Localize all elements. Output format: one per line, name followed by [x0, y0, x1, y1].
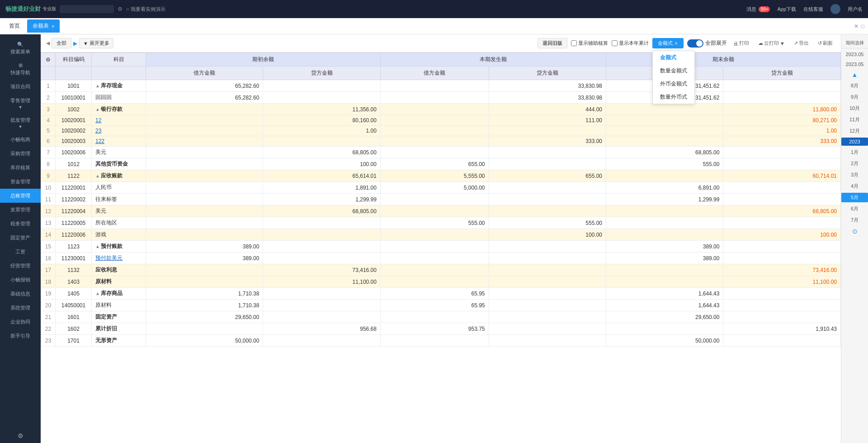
refresh-btn[interactable]: ↺ 刷新 [815, 38, 835, 48]
message-btn[interactable]: 消息 99+ [746, 6, 770, 13]
account-name-cell[interactable]: 122 [92, 136, 146, 147]
show-auxiliary-checkbox[interactable]: 显示辅助核算 [571, 40, 608, 47]
cloud-print-btn[interactable]: ☁ 云打印 ▼ [755, 38, 788, 48]
account-name-cell[interactable]: 预付款美元 [92, 252, 146, 264]
dropdown-item-amount[interactable]: 金额式 [653, 51, 694, 64]
top-search-input[interactable] [60, 5, 114, 13]
close-credit-cell [723, 80, 841, 92]
tab-bar: 首页 余额表 × ✕ □ [0, 18, 868, 34]
period-down-arrow[interactable]: ⊙ [841, 227, 868, 236]
expand-icon[interactable]: ▲ [95, 244, 100, 249]
cur-credit-cell: 100.00 [489, 229, 606, 241]
export-btn[interactable]: ↗ 导出 [791, 38, 811, 48]
sidebar-item-enterprise[interactable]: 企业协同 [0, 315, 41, 329]
dropdown-item-qty-foreign[interactable]: 数量外币式 [653, 91, 694, 104]
amount-dropdown-menu: 金额式 数量金额式 外币金额式 数量外币式 [652, 51, 695, 104]
period-1[interactable]: 1月 [841, 148, 868, 157]
sidebar-item-purchase[interactable]: 采购管理 [0, 147, 41, 161]
sidebar-item-wholesale[interactable]: 批发管理 ▼ [0, 113, 41, 133]
settings-btn[interactable]: ⚙ [118, 6, 123, 12]
close-debit-cell [606, 170, 723, 182]
sidebar-gear-icon[interactable]: ⚙ [14, 429, 27, 443]
sidebar-item-operations[interactable]: 经营管理 [0, 259, 41, 273]
close-debit-cell [606, 205, 723, 217]
account-name-cell: 无形资产 [92, 335, 146, 347]
print-btn[interactable]: 🖨 打印 [731, 38, 752, 48]
sidebar-item-ledger[interactable]: 总账管理 [0, 189, 41, 203]
expand-icon[interactable]: ▲ [95, 107, 100, 112]
sidebar-item-guide[interactable]: 新手引导 [0, 329, 41, 343]
app-download-btn[interactable]: App下载 [777, 6, 796, 13]
open-debit-cell [146, 323, 263, 335]
sidebar-item-fixed-assets[interactable]: 固定资产 [0, 231, 41, 245]
dropdown-item-foreign-amount[interactable]: 外币金额式 [653, 77, 694, 91]
period-2023-label[interactable]: 2023 [841, 138, 868, 146]
sidebar-item-invoice[interactable]: 发票管理 [0, 203, 41, 217]
expand-more-btn[interactable]: ▼ 展开更多 [79, 38, 113, 48]
period-5[interactable]: 5月 [841, 193, 868, 202]
sidebar-item-expense[interactable]: 小畅报销 [0, 273, 41, 287]
account-name-cell[interactable]: 12 [92, 115, 146, 126]
sidebar-item-nav[interactable]: ⊞ 快捷导航 [0, 59, 41, 80]
settings-col-header[interactable]: ⚙ [41, 53, 56, 67]
close-debit-cell: 50,000.00 [606, 335, 723, 347]
account-name-cell[interactable]: 其他货币资金 [92, 158, 146, 170]
breadcrumb-arrow-icon[interactable]: ▶ [73, 40, 77, 47]
period-year-start[interactable]: 2023.05 [841, 50, 868, 58]
period-11[interactable]: 11月 [841, 115, 868, 124]
sidebar-item-basic-info[interactable]: 基础信息 [0, 287, 41, 301]
sidebar-item-tax[interactable]: 税务管理 [0, 217, 41, 231]
open-debit-cell [146, 158, 263, 170]
left-arrow-icon[interactable]: ◀ [46, 40, 50, 46]
sidebar-item-funds[interactable]: 资金管理 [0, 175, 41, 189]
period-up-arrow[interactable]: ▲ [841, 70, 868, 79]
dropdown-item-qty-amount[interactable]: 数量金额式 [653, 64, 694, 77]
back-to-old-btn[interactable]: 退回旧版 [538, 38, 567, 48]
period-year-end[interactable]: 2023.05 [841, 60, 868, 68]
account-name-cell[interactable]: 23 [92, 126, 146, 136]
user-avatar[interactable] [830, 4, 840, 14]
sidebar-item-ecommerce[interactable]: 小畅电商 [0, 133, 41, 147]
online-service-btn[interactable]: 在线客服 [803, 6, 823, 13]
period-2[interactable]: 2月 [841, 159, 868, 168]
app-logo: 畅捷通好业财 专业版 [5, 5, 56, 13]
tab-home[interactable]: 首页 [4, 19, 25, 33]
period-8[interactable]: 8月 [841, 81, 868, 91]
tab-close-btn[interactable]: × [52, 24, 54, 29]
breadcrumb-all-btn[interactable]: 全部 [52, 38, 71, 48]
expand-icon[interactable]: ▲ [95, 291, 100, 296]
tab-balance-sheet[interactable]: 余额表 × [27, 19, 60, 33]
period-9[interactable]: 9月 [841, 92, 868, 102]
row-number: 12 [41, 205, 56, 217]
demo-link[interactable]: ○ 我要看实例演示 [126, 6, 165, 13]
breadcrumb-area: ◀ 全部 ▶ ▼ 展开更多 [46, 38, 113, 48]
sidebar-item-system[interactable]: 系统管理 [0, 301, 41, 315]
expand-icon[interactable]: ▲ [95, 173, 100, 178]
close-debit-cell [606, 276, 723, 288]
period-3[interactable]: 3月 [841, 170, 868, 180]
sidebar-item-retail[interactable]: 零售管理 ▼ [0, 94, 41, 113]
period-12[interactable]: 12月 [841, 126, 868, 136]
expand-toggle-switch[interactable] [687, 39, 703, 48]
open-debit-cell [146, 276, 263, 288]
sidebar-item-payroll[interactable]: 工资 [0, 245, 41, 259]
cur-debit-cell: 655.00 [380, 158, 489, 170]
window-restore-btn[interactable]: □ [861, 23, 864, 29]
sidebar-item-project[interactable]: 项目合同 [0, 80, 41, 94]
cur-debit-cell [380, 136, 489, 147]
expand-icon[interactable]: ▲ [95, 83, 100, 88]
period-7[interactable]: 7月 [841, 215, 868, 225]
period-4[interactable]: 4月 [841, 181, 868, 191]
sidebar-item-search[interactable]: 🔍 搜索菜单 [0, 38, 41, 59]
period-6[interactable]: 6月 [841, 204, 868, 214]
window-close-btn[interactable]: ✕ [854, 23, 859, 29]
period-10[interactable]: 10月 [841, 104, 868, 113]
amount-type-btn[interactable]: 金额式 ∧ [652, 38, 684, 48]
close-credit-cell [723, 335, 841, 347]
sidebar-item-inventory[interactable]: 库存核算 [0, 161, 41, 175]
show-year-checkbox[interactable]: 显示本年累计 [612, 40, 649, 47]
account-name-cell: ▲库存现金 [92, 80, 146, 92]
close-credit-sub-header: 贷方金额 [723, 67, 841, 80]
chevron-down-icon: ▼ [19, 105, 23, 110]
account-name-cell: 原材料 [92, 300, 146, 311]
